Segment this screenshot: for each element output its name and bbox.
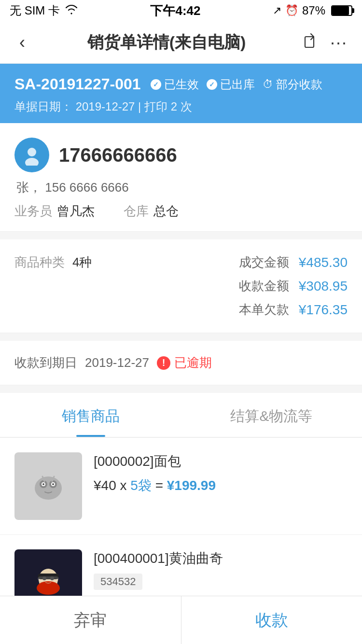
nav-actions: ··· xyxy=(303,32,348,53)
tabs-section: 销售商品 结算&物流等 xyxy=(0,393,362,438)
received-amount-row: 收款金额 ¥308.95 xyxy=(239,278,348,294)
avatar xyxy=(14,138,49,172)
back-button[interactable]: ‹ xyxy=(14,28,30,57)
status-partial-payment: ⏱ 部分收款 xyxy=(263,77,322,92)
product-tag-2: 534532 xyxy=(94,574,142,590)
status-right: ↗ ⏰ 87% xyxy=(273,4,352,17)
carrier-label: 无 SIM 卡 xyxy=(10,3,60,18)
svg-point-8 xyxy=(42,483,44,485)
print-separator: | xyxy=(138,100,144,113)
wifi-icon xyxy=(65,4,78,17)
salesperson-value: 曾凡杰 xyxy=(57,203,95,220)
received-amount-value: ¥308.95 xyxy=(299,279,348,294)
location-icon: ↗ xyxy=(273,4,281,17)
pay-button[interactable]: 收款 xyxy=(181,596,362,644)
status-tags: ✓ 已生效 ✓ 已出库 ⏱ 部分收款 xyxy=(151,77,322,92)
print-unit: 次 xyxy=(181,100,192,113)
order-header: SA-20191227-001 ✓ 已生效 ✓ 已出库 ⏱ 部分收款 单据日期：… xyxy=(0,64,362,123)
overdue-icon: ! xyxy=(157,356,170,370)
trading-amount-row: 成交金额 ¥485.30 xyxy=(239,254,348,271)
tab-sales-products[interactable]: 销售商品 xyxy=(0,393,181,437)
check-icon-2: ✓ xyxy=(207,79,217,90)
status-effective: ✓ 已生效 xyxy=(151,77,199,92)
check-icon: ✓ xyxy=(151,79,161,90)
product-types-label: 商品种类 xyxy=(14,254,65,271)
share-icon[interactable] xyxy=(303,32,320,53)
bottom-bar: 弃审 收款 xyxy=(0,596,362,644)
battery-icon xyxy=(331,5,352,16)
salesperson-label: 业务员 xyxy=(14,203,52,220)
customer-contact: 张， 156 6666 6666 xyxy=(14,179,348,196)
product-qty-1: 5袋 xyxy=(130,478,152,493)
summary-section: 商品种类 4种 成交金额 ¥485.30 收款金额 ¥308.95 本单欠款 ¥… xyxy=(0,239,362,333)
alarm-icon: ⏰ xyxy=(285,4,298,17)
due-section: 收款到期日 2019-12-27 ! 已逾期 xyxy=(0,341,362,385)
svg-rect-16 xyxy=(38,576,59,581)
customer-meta: 业务员 曾凡杰 仓库 总仓 xyxy=(14,203,348,220)
customer-section: 17666666666 张， 156 6666 6666 业务员 曾凡杰 仓库 … xyxy=(0,123,362,232)
cancel-button[interactable]: 弃审 xyxy=(0,596,181,644)
product-name-2: [000400001]黄油曲奇 xyxy=(94,549,348,568)
product-name-1: [0000002]面包 xyxy=(94,452,348,471)
debt-amount-row: 本单欠款 ¥176.35 xyxy=(239,301,348,318)
svg-point-2 xyxy=(25,158,39,166)
tab-settlement-logistics[interactable]: 结算&物流等 xyxy=(181,393,362,437)
due-date-value: 2019-12-27 xyxy=(85,355,149,370)
print-label: 打印 xyxy=(144,100,167,113)
product-types-item: 商品种类 4种 xyxy=(14,254,92,271)
status-left: 无 SIM 卡 xyxy=(10,3,78,18)
order-date-row: 单据日期： 2019-12-27 | 打印 2 次 xyxy=(14,99,348,114)
warehouse-value: 总仓 xyxy=(153,203,179,220)
battery-percent: 87% xyxy=(302,4,325,17)
summary-left: 商品种类 4种 xyxy=(14,254,92,271)
salesperson-item: 业务员 曾凡杰 xyxy=(14,203,95,220)
customer-account: 17666666666 xyxy=(59,144,177,166)
svg-point-9 xyxy=(52,483,54,485)
product-unit-price-1: ¥40 x xyxy=(94,478,130,493)
more-icon[interactable]: ··· xyxy=(330,32,348,53)
status-shipped: ✓ 已出库 xyxy=(207,77,255,92)
warehouse-label: 仓库 xyxy=(124,203,149,220)
print-count: 2 xyxy=(171,100,177,113)
product-price-1: ¥40 x 5袋 = ¥199.99 xyxy=(94,476,348,495)
trading-amount-value: ¥485.30 xyxy=(299,255,348,270)
overdue-badge: ! 已逾期 xyxy=(157,354,212,371)
order-date: 2019-12-27 xyxy=(76,100,135,113)
clock-icon: ⏱ xyxy=(263,78,273,91)
due-date-label: 收款到期日 xyxy=(14,354,77,371)
warehouse-item: 仓库 总仓 xyxy=(124,203,179,220)
product-types-value: 4种 xyxy=(72,254,92,271)
status-time: 下午4:42 xyxy=(150,2,200,19)
product-info-1: [0000002]面包 ¥40 x 5袋 = ¥199.99 xyxy=(94,452,348,495)
svg-point-1 xyxy=(28,148,36,156)
received-amount-label: 收款金额 xyxy=(239,278,289,294)
page-title: 销货单详情(来自电脑) xyxy=(87,31,246,54)
nav-bar: ‹ 销货单详情(来自电脑) ··· xyxy=(0,21,362,64)
svg-point-3 xyxy=(35,476,62,500)
customer-row1: 17666666666 xyxy=(14,138,348,172)
product-equals-1: = xyxy=(155,478,167,493)
order-id: SA-20191227-001 xyxy=(14,75,141,93)
product-item-1: [0000002]面包 ¥40 x 5袋 = ¥199.99 xyxy=(0,438,362,535)
trading-amount-label: 成交金额 xyxy=(239,254,289,271)
debt-amount-label: 本单欠款 xyxy=(239,301,289,318)
summary-right: 成交金额 ¥485.30 收款金额 ¥308.95 本单欠款 ¥176.35 xyxy=(239,254,348,318)
product-total-1: ¥199.99 xyxy=(167,478,216,493)
date-label: 单据日期： xyxy=(14,100,72,113)
customer-name: 张， xyxy=(16,180,42,195)
status-bar: 无 SIM 卡 下午4:42 ↗ ⏰ 87% xyxy=(0,0,362,21)
overdue-label: 已逾期 xyxy=(174,354,212,371)
debt-amount-value: ¥176.35 xyxy=(299,302,348,318)
customer-phone: 156 6666 6666 xyxy=(45,180,129,195)
product-thumb-1 xyxy=(14,452,82,520)
